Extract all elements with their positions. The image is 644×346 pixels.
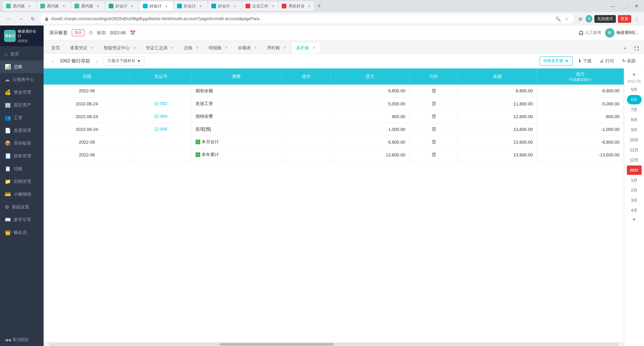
voucher-link[interactable]: 记-004 xyxy=(154,114,167,119)
tab-close-2[interactable]: ✕ xyxy=(62,4,65,8)
date-panel-month-10[interactable]: 10月 xyxy=(627,135,642,145)
browser-tab-4[interactable]: 好会计 ✕ xyxy=(105,1,139,11)
voucher-link[interactable]: 记-006 xyxy=(154,127,167,132)
tab-multi-column[interactable]: 多栏账 ✕ xyxy=(291,42,320,53)
browser-tab-1[interactable]: 易代账 ✕ xyxy=(3,1,36,11)
new-tab-button[interactable]: + xyxy=(315,1,324,11)
tab-close-balance-table[interactable]: ✕ xyxy=(254,46,257,50)
tab-expand-button[interactable] xyxy=(631,43,641,53)
unpin-button[interactable]: ◀◀ 取消固定 xyxy=(5,337,39,343)
tab-collapse-button[interactable] xyxy=(620,43,630,53)
minimize-button[interactable]: — xyxy=(608,1,617,11)
consult-button[interactable]: 🎧 人工咨询 xyxy=(579,30,601,36)
update-button[interactable]: 更新 xyxy=(618,15,631,23)
sidebar-item-archive[interactable]: 📁 归档管理 xyxy=(0,175,44,188)
sidebar-item-cloud-reports[interactable]: ☁ 云报表中心 xyxy=(0,73,44,86)
browser-tab-5[interactable]: 好会计 ✕ xyxy=(140,1,173,11)
date-panel-month-2023-2[interactable]: 2月 xyxy=(627,186,642,195)
reload-button[interactable]: ↻ xyxy=(28,14,38,23)
search-address-icon[interactable]: 🔍 xyxy=(555,15,561,22)
date-panel-month-11[interactable]: 11月 xyxy=(627,145,642,155)
sidebar-item-inventory[interactable]: 📦 库存核算 xyxy=(0,137,44,150)
tab-close-3[interactable]: ✕ xyxy=(97,4,99,8)
sidebar-item-funds[interactable]: 💰 资金管理 xyxy=(0,86,44,99)
tab-close-sequence-ledger[interactable]: ✕ xyxy=(283,46,286,50)
prev-subject-button[interactable]: ‹ xyxy=(49,57,57,65)
archive-icon: 📁 xyxy=(5,179,11,185)
extension-icon[interactable]: ☆ xyxy=(564,15,570,22)
sidebar-item-tax[interactable]: 🧾 税务管理 xyxy=(0,150,44,162)
show-sub-subjects-button[interactable]: 只显示下级科目 ▼ xyxy=(104,56,145,65)
browser-tab-6[interactable]: 好会计 ✕ xyxy=(174,1,207,11)
sidebar-item-fixed-assets[interactable]: 🏢 固定资产 xyxy=(0,99,44,111)
sidebar-item-home[interactable]: ⌂ 首页 xyxy=(0,48,44,60)
sidebar-item-guide[interactable]: 📖 新手引导 xyxy=(0,213,44,226)
tab-sequence-ledger[interactable]: 序时账 ✕ xyxy=(262,42,291,53)
download-button[interactable]: ⬇ 下载 xyxy=(575,57,594,65)
browser-tab-2[interactable]: 易代账 ✕ xyxy=(37,1,70,11)
cell-direction: 贷 xyxy=(410,110,458,123)
table-container[interactable]: 日期 凭证号 摘要 借方 贷方 方向 余额 借方 中国建设银行 xyxy=(44,68,624,342)
tab-smart-voucher[interactable]: 智能凭证中心 ✕ xyxy=(99,42,141,53)
special-multi-account-button[interactable]: 特殊多栏账 ▼ xyxy=(540,56,573,65)
date-panel-month-2023-3[interactable]: 3月 xyxy=(627,196,642,205)
extensions-icon[interactable]: ⊞ xyxy=(577,15,584,22)
sidebar-item-expense[interactable]: 💳 小畅报销 xyxy=(0,188,44,201)
tab-close-smart-voucher[interactable]: ✕ xyxy=(133,46,136,50)
menu-icon[interactable]: ⋮ xyxy=(633,15,640,22)
tab-close-8[interactable]: ✕ xyxy=(272,4,274,8)
cell-extra: -800.00 xyxy=(537,110,624,123)
date-panel-month-2023-4[interactable]: 4月 xyxy=(627,206,642,215)
date-panel-month-6[interactable]: 6月 xyxy=(627,95,642,104)
print-button[interactable]: 🖨 打印 xyxy=(597,57,617,65)
tab-close-detail-ledger[interactable]: ✕ xyxy=(225,46,228,50)
date-panel-month-2023-1[interactable]: 1月 xyxy=(627,176,642,185)
date-panel-down-arrow[interactable]: ▼ xyxy=(632,215,637,224)
tab-close-multi-column[interactable]: ✕ xyxy=(313,46,315,50)
tab-close-7[interactable]: ✕ xyxy=(233,4,236,8)
date-panel-month-8[interactable]: 8月 xyxy=(627,115,642,125)
date-panel-month-5[interactable]: 5月 xyxy=(627,85,642,94)
sidebar-item-membership[interactable]: 👑 畅会员 xyxy=(0,226,44,239)
bottom-scrollbar[interactable] xyxy=(44,342,624,346)
tab-close-5[interactable]: ✕ xyxy=(165,4,168,8)
next-subject-button[interactable]: › xyxy=(93,57,101,65)
date-panel-month-9[interactable]: 9月 xyxy=(627,125,642,135)
tab-view-voucher[interactable]: 查看凭证 ✕ xyxy=(65,42,99,53)
date-panel-month-12[interactable]: 12月 xyxy=(627,155,642,165)
refresh-button[interactable]: ↻ 刷新 xyxy=(620,57,639,65)
date-panel-month-7[interactable]: 7月 xyxy=(627,105,642,114)
tab-close-1[interactable]: ✕ xyxy=(28,4,31,8)
tab-close-4[interactable]: ✕ xyxy=(131,4,133,8)
sidebar-item-closing[interactable]: 📋 结账 xyxy=(0,162,44,175)
tab-voucher-summary[interactable]: 凭证汇总表 ✕ xyxy=(141,42,179,53)
tab-general-ledger[interactable]: 总账 ✕ xyxy=(179,42,204,53)
tab-close-view-voucher[interactable]: ✕ xyxy=(91,46,94,50)
back-button[interactable]: ← xyxy=(4,14,13,23)
tab-close-6[interactable]: ✕ xyxy=(199,4,202,8)
close-window-button[interactable]: ✕ xyxy=(632,1,641,11)
tab-close-9[interactable]: ✕ xyxy=(308,4,311,8)
tab-close-general-ledger[interactable]: ✕ xyxy=(196,46,199,50)
settings-gear-icon[interactable]: ⚙ xyxy=(89,30,93,36)
sidebar-item-ledger[interactable]: 📊 总账 xyxy=(0,60,44,73)
sidebar-item-settings[interactable]: ⚙ 基础设置 xyxy=(0,201,44,213)
calendar-icon[interactable]: 📅 xyxy=(130,30,136,36)
forward-button[interactable]: → xyxy=(16,14,25,23)
date-panel-up-arrow[interactable]: ▲ xyxy=(632,70,637,78)
tab-close-voucher-summary[interactable]: ✕ xyxy=(171,46,174,50)
browser-tab-8[interactable]: 企业工作 ✕ xyxy=(242,1,278,11)
tab-home[interactable]: 首页 xyxy=(46,42,65,53)
voucher-link[interactable]: 记-002 xyxy=(154,101,167,106)
browser-tab-7[interactable]: 好会计 ✕ xyxy=(208,1,241,11)
browser-tab-9[interactable]: 用友好业 ✕ xyxy=(278,1,314,11)
maximize-button[interactable]: ⬜ xyxy=(620,1,629,11)
address-bar[interactable]: cloud2.chanjet.com/accounting/uh26t264j5… xyxy=(40,14,574,23)
sidebar-item-invoice[interactable]: 📄 发票管理 xyxy=(0,124,44,137)
profile-icon[interactable]: 无 xyxy=(586,15,592,22)
stealth-mode-button[interactable]: 无痕模式 xyxy=(594,15,616,23)
tab-detail-ledger[interactable]: 明细账 ✕ xyxy=(204,42,233,53)
sidebar-item-payroll[interactable]: 👥 工资 xyxy=(0,111,44,124)
browser-tab-3[interactable]: 易代账 ✕ xyxy=(71,1,105,11)
tab-balance-table[interactable]: 余额表 ✕ xyxy=(233,42,262,53)
